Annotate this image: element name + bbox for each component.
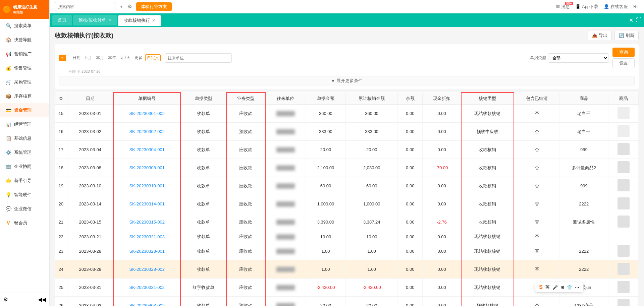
sidebar-label: 营销推广 xyxy=(14,51,32,57)
cell-writeoff-type: 预收中应收 xyxy=(461,123,514,141)
tab-receipt-writeoff[interactable]: 收款核销执行 ✕ xyxy=(118,15,161,26)
cell-doc-type: 收款单 xyxy=(180,260,226,279)
sidebar-item-basic[interactable]: 📋 基础信息 xyxy=(0,131,49,145)
expand-more-button[interactable]: ▼ 展开更多条件 xyxy=(59,76,635,85)
cell-company: ██████ xyxy=(265,177,306,195)
cell-writeoff-type: 现结收款核销 xyxy=(461,260,514,279)
cell-date: 2023-03-28 xyxy=(67,242,113,260)
doc-no-link[interactable]: SK-20230310-001 xyxy=(129,183,165,188)
company-filter-group: ... xyxy=(165,53,526,63)
query-button[interactable]: 查询 xyxy=(612,48,635,57)
col-doc-type: 单据类型 xyxy=(180,93,226,105)
doc-no-link[interactable]: SK-20230302-002 xyxy=(129,129,165,134)
date-btn-this-month[interactable]: 本月 xyxy=(95,54,105,61)
tab-label: 首页 xyxy=(58,17,66,23)
cell-doc-amount: 360.00 xyxy=(306,105,345,123)
cell-biz-type: 应收款 xyxy=(226,279,265,297)
sidebar-item-newbie[interactable]: 🌟 新手引导 xyxy=(0,174,49,188)
doc-no-link[interactable]: SK-20230308-001 xyxy=(129,165,165,170)
doc-no-link[interactable]: SK-20230304-001 xyxy=(129,147,165,152)
date-btn-this-year[interactable]: 本年 xyxy=(107,54,117,61)
sidebar-item-marketing[interactable]: 📢 营销推广 xyxy=(0,47,49,61)
filter-settings-button[interactable]: 设置 xyxy=(612,58,635,68)
sidebar-label: 快捷导航 xyxy=(14,37,32,43)
online-service-button[interactable]: 👤 在线客服 xyxy=(604,4,628,10)
user-info[interactable]: Rit xyxy=(633,4,639,9)
sidebar-item-vip[interactable]: V 畅会员 xyxy=(0,216,49,230)
marketing-icon: 📢 xyxy=(5,51,11,57)
tab-home[interactable]: 首页 xyxy=(52,15,72,25)
cell-includes-settled: 否 xyxy=(514,213,559,231)
cell-no: 20 xyxy=(55,195,67,213)
sidebar-item-finance[interactable]: 💳 资金管理 xyxy=(0,103,49,117)
sidebar-item-inventory[interactable]: 📦 库存核算 xyxy=(0,89,49,103)
cell-goods: 2222 xyxy=(559,242,608,260)
tab-close-icon[interactable]: ✕ xyxy=(152,18,155,23)
doc-no-link[interactable]: SK-20230328-001 xyxy=(129,249,165,254)
filter-bar: » 日期 上月 本月 本年 近7天 更多 自定义 ... xyxy=(55,44,639,89)
settings-icon[interactable]: ⚙ xyxy=(3,296,8,303)
cell-date: 2023-03-08 xyxy=(67,159,113,177)
collapse-icon[interactable]: ◀◀ xyxy=(38,296,46,303)
sidebar-item-purchase[interactable]: 🛒 采购管理 xyxy=(0,75,49,89)
mic-icon[interactable]: 🎤 xyxy=(552,285,558,290)
company-filter-input[interactable] xyxy=(165,53,232,63)
table-row: 22 2023-03-21 SK-20230321-003 收款单 应收款 ██… xyxy=(55,231,639,242)
refresh-button[interactable]: 🔄 刷新 xyxy=(614,31,639,40)
sidebar-item-search-menu[interactable]: 🔍 搜索菜单 xyxy=(0,19,49,33)
maximize-window-button[interactable]: ⛶ xyxy=(636,17,641,23)
date-btn-7days[interactable]: 近7天 xyxy=(119,54,132,61)
user-name: Rit xyxy=(633,4,639,9)
shirt-icon[interactable]: 👕 xyxy=(567,285,572,290)
cell-cash-discount: 0.00 xyxy=(423,231,461,242)
vip-icon: V xyxy=(5,220,11,226)
close-window-button[interactable]: ✕ xyxy=(629,17,633,23)
sidebar-item-sales[interactable]: 💰 销售管理 xyxy=(0,61,49,75)
cell-includes-settled: 否 xyxy=(514,260,559,279)
date-btn-more[interactable]: 更多 xyxy=(133,54,144,61)
gear-icon[interactable]: ⚙ xyxy=(127,3,132,10)
message-button[interactable]: ✉ 消息 99+ xyxy=(556,4,570,10)
doc-no-link[interactable]: SK-20230301-002 xyxy=(129,111,165,116)
col-settings[interactable]: ⚙ xyxy=(55,93,67,105)
cell-doc-no: SK-20230304-001 xyxy=(113,141,180,159)
sidebar-label: 畅会员 xyxy=(14,220,27,226)
grid-icon[interactable]: ⊞ xyxy=(560,285,564,290)
search-input[interactable] xyxy=(55,2,115,11)
doc-no-link[interactable]: SK-20230328-002 xyxy=(129,267,165,272)
cell-company: ██████ xyxy=(265,123,306,141)
tab-label: 预收/应收付单 xyxy=(78,17,106,23)
cell-doc-type: 收款单 xyxy=(180,231,226,242)
app-download-button[interactable]: 📱 App下载 xyxy=(575,4,598,10)
sidebar-item-ops[interactable]: 📊 经营管理 xyxy=(0,117,49,131)
doc-no-link[interactable]: SK-20230321-003 xyxy=(129,234,165,239)
doc-no-link[interactable]: SK-20230331-002 xyxy=(129,285,165,290)
export-button[interactable]: 📤 导出 xyxy=(588,31,612,40)
sidebar-item-smart-hw[interactable]: 💡 智能硬件 xyxy=(0,188,49,202)
ops-icon: 📊 xyxy=(5,121,11,127)
cell-doc-type: 收款单 xyxy=(180,213,226,231)
smarthw-icon: 💡 xyxy=(5,192,11,198)
tab-close-icon[interactable]: ✕ xyxy=(108,18,111,22)
page-header: 收款核销执行(按收款) 📤 导出 🔄 刷新 xyxy=(55,31,639,40)
doc-no-link[interactable]: SK-20230314-001 xyxy=(129,201,165,206)
cell-includes-settled: 否 xyxy=(514,242,559,260)
sidebar-item-sys[interactable]: ⚙️ 系统管理 xyxy=(0,145,49,160)
cell-goods: 老白干 xyxy=(559,105,608,123)
doc-no-link[interactable]: SK-20230403-002 xyxy=(129,303,165,306)
cell-no: 25 xyxy=(55,279,67,297)
filter-collapse-button[interactable]: » xyxy=(59,55,66,61)
search-icon: 🔍 xyxy=(5,23,11,29)
sidebar-item-enterprise[interactable]: 🏢 企业协同 xyxy=(0,160,49,174)
sidebar-item-enterprise-wx[interactable]: 💬 企业微信 xyxy=(0,202,49,216)
date-btn-last-month[interactable]: 上月 xyxy=(83,54,93,61)
more-icon[interactable]: ⋯ xyxy=(575,285,579,290)
sidebar-item-quick-nav[interactable]: 🏠 快捷导航 xyxy=(0,33,49,47)
doc-type-select[interactable]: 全部 收款单 红字收款单 xyxy=(548,53,608,63)
cell-company: ██████ xyxy=(265,260,306,279)
solution-button[interactable]: 体验行业方案 xyxy=(136,2,172,11)
date-btn-custom[interactable]: 自定义 xyxy=(145,54,161,61)
cell-doc-amount: 1,000.00 xyxy=(306,195,345,213)
tab-advance-payment[interactable]: 预收/应收付单 ✕ xyxy=(73,15,117,25)
doc-no-link[interactable]: SK-20230315-002 xyxy=(129,220,165,225)
